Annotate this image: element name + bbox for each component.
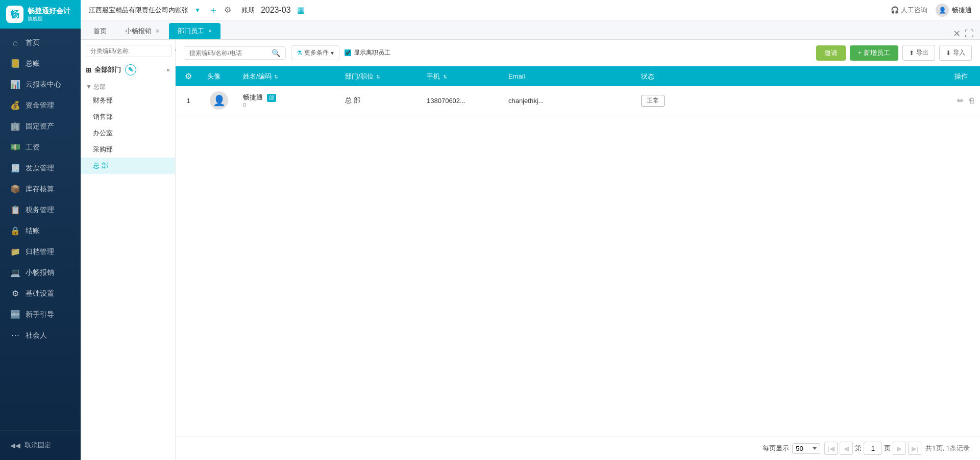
dept-collapse-icon[interactable]: « <box>166 66 170 73</box>
employee-search-input[interactable] <box>189 49 268 57</box>
dept-item-caigou[interactable]: 采购部 <box>81 141 175 158</box>
add-employee-button[interactable]: + 新增员工 <box>850 45 898 61</box>
all-dept-header[interactable]: ⊞ 全部部门 ✎ « <box>81 60 175 80</box>
next-page-button[interactable]: ▶ <box>893 442 906 455</box>
employee-toolbar: 🔍 ⚗ 更多条件 ▾ 显示离职员工 邀请 + 新增员工 ⬆ 导出 <box>176 40 980 66</box>
sidebar-bottom: ◀◀ 取消固定 <box>0 430 81 460</box>
td-phone: 138070602... <box>421 86 502 115</box>
td-status: 正常 <box>635 86 727 115</box>
import-label: 导入 <box>953 48 965 57</box>
company-dropdown[interactable]: ▼ <box>194 7 201 14</box>
filter-icon: ⚗ <box>297 49 302 57</box>
period-value: 2023-03 <box>261 6 291 15</box>
tab-dept[interactable]: 部门员工 × <box>169 23 220 39</box>
export-button[interactable]: ⬆ 导出 <box>902 45 935 61</box>
user-menu[interactable]: 👤 畅捷通 <box>936 4 972 17</box>
name-sort-icon: ⇅ <box>274 74 278 80</box>
sidebar-item-xiaochang[interactable]: 💻 小畅报销 <box>0 262 81 283</box>
tax-icon: 📋 <box>10 205 20 215</box>
sidebar-item-close[interactable]: 🔒 结账 <box>0 220 81 241</box>
reports-icon: 📊 <box>10 80 20 89</box>
settings-icon[interactable]: ⚙ <box>224 5 231 15</box>
perpage-control: 每页显示 50 10 20 100 <box>763 443 820 454</box>
funds-icon: 💰 <box>10 100 20 110</box>
last-page-button[interactable]: ▶| <box>908 442 921 455</box>
sidebar-item-funds[interactable]: 💰 资金管理 <box>0 95 81 116</box>
import-button[interactable]: ⬇ 导入 <box>939 45 972 61</box>
dept-item-xiaoshou[interactable]: 销售部 <box>81 109 175 125</box>
sidebar-item-label: 工资 <box>26 143 40 152</box>
sidebar-item-tax[interactable]: 📋 税务管理 <box>0 199 81 220</box>
sidebar-item-salary[interactable]: 💵 工资 <box>0 137 81 158</box>
maximize-button[interactable]: ⛶ <box>965 29 974 39</box>
logout-button[interactable]: ⎗ <box>969 96 974 106</box>
close-accounts-icon: 🔒 <box>10 226 20 236</box>
tab-xiaochang-close[interactable]: × <box>156 28 159 35</box>
sidebar-item-assets[interactable]: 🏢 固定资产 <box>0 116 81 137</box>
show-resigned-checkbox-label[interactable]: 显示离职员工 <box>345 48 390 57</box>
dept-search-input[interactable] <box>86 45 172 57</box>
inventory-icon: 📦 <box>10 184 20 194</box>
table-settings-icon[interactable]: ⚙ <box>185 72 192 81</box>
employee-code: 0 <box>243 102 333 108</box>
sidebar-item-label: 新手引导 <box>26 310 54 319</box>
sidebar-item-invoice[interactable]: 🧾 发票管理 <box>0 158 81 178</box>
support-button[interactable]: 🎧 人工咨询 <box>891 6 927 15</box>
sidebar-item-label: 社会人 <box>26 331 47 340</box>
th-avatar: 头像 <box>201 66 237 86</box>
th-phone[interactable]: 手机 ⇅ <box>421 66 502 86</box>
td-dept: 总 部 <box>339 86 421 115</box>
employee-panel: 🔍 ⚗ 更多条件 ▾ 显示离职员工 邀请 + 新增员工 ⬆ 导出 <box>176 40 980 460</box>
employee-search-box[interactable]: 🔍 <box>184 46 286 60</box>
sidebar-item-reports[interactable]: 📊 云报表中心 <box>0 74 81 95</box>
app-edition: 旗舰版 <box>28 15 70 22</box>
dept-edit-button[interactable]: ✎ <box>125 64 136 75</box>
close-window-button[interactable]: ✕ <box>953 28 961 39</box>
assets-icon: 🏢 <box>10 121 20 131</box>
content-area: 🔍 ⊞ 全部部门 ✎ « ▼ 总部 财务部 销售部 办公室 采购部 总 部 <box>81 40 980 460</box>
sidebar-item-label: 云报表中心 <box>26 80 61 89</box>
sidebar-item-home[interactable]: ⌂ 首页 <box>0 33 81 53</box>
add-company-button[interactable]: ＋ <box>209 4 218 16</box>
perpage-select[interactable]: 50 10 20 100 <box>792 443 820 454</box>
tab-xiaochang[interactable]: 小畅报销 × <box>116 23 168 39</box>
th-dept[interactable]: 部门/职位 ⇅ <box>339 66 421 86</box>
filter-label: 更多条件 <box>304 48 329 57</box>
all-dept-label: 全部部门 <box>94 65 121 74</box>
show-resigned-checkbox[interactable] <box>345 49 351 56</box>
dept-item-bangong[interactable]: 办公室 <box>81 125 175 141</box>
guide-icon: 🆕 <box>10 310 20 319</box>
tab-dept-close[interactable]: × <box>208 28 212 35</box>
prev-page-button[interactable]: ◀ <box>840 442 853 455</box>
calendar-icon[interactable]: ▦ <box>297 5 305 15</box>
pagination: 每页显示 50 10 20 100 |◀ ◀ 第 页 <box>176 436 980 460</box>
th-status: 状态 <box>635 66 727 86</box>
show-resigned-label: 显示离职员工 <box>354 48 390 57</box>
employee-search-icon[interactable]: 🔍 <box>272 49 280 57</box>
sidebar-item-basic[interactable]: ⚙ 基础设置 <box>0 283 81 304</box>
sidebar-item-label: 归档管理 <box>26 247 54 257</box>
sidebar-item-label: 结账 <box>26 226 40 236</box>
more-filter-button[interactable]: ⚗ 更多条件 ▾ <box>291 45 339 60</box>
table-body: 1 👤 畅捷通 部 0 总 部 <box>176 86 980 115</box>
invite-button[interactable]: 邀请 <box>816 45 846 61</box>
td-actions: ✏ ⎗ <box>727 86 980 115</box>
filter-chevron-icon: ▾ <box>331 49 334 57</box>
unpin-button[interactable]: ◀◀ 取消固定 <box>0 436 81 455</box>
tab-home[interactable]: 首页 <box>85 23 115 39</box>
page-input[interactable] <box>864 442 882 455</box>
dept-item-zongbu[interactable]: 总 部 <box>81 158 175 174</box>
employee-name: 畅捷通 <box>243 93 263 101</box>
sidebar-item-more[interactable]: ⋯ 社会人 <box>0 325 81 346</box>
edit-button[interactable]: ✏ <box>957 96 964 106</box>
td-name: 畅捷通 部 0 <box>237 86 339 115</box>
import-icon: ⬇ <box>946 49 951 57</box>
th-name[interactable]: 姓名/编码 ⇅ <box>237 66 339 86</box>
dept-item-caiwu[interactable]: 财务部 <box>81 92 175 109</box>
sidebar-item-inventory[interactable]: 📦 库存核算 <box>0 178 81 199</box>
sidebar-item-archive[interactable]: 📁 归档管理 <box>0 241 81 262</box>
sidebar-item-guide[interactable]: 🆕 新手引导 <box>0 304 81 325</box>
employee-avatar: 👤 <box>210 91 228 110</box>
first-page-button[interactable]: |◀ <box>824 442 838 455</box>
sidebar-item-ledger[interactable]: 📒 总账 <box>0 53 81 74</box>
